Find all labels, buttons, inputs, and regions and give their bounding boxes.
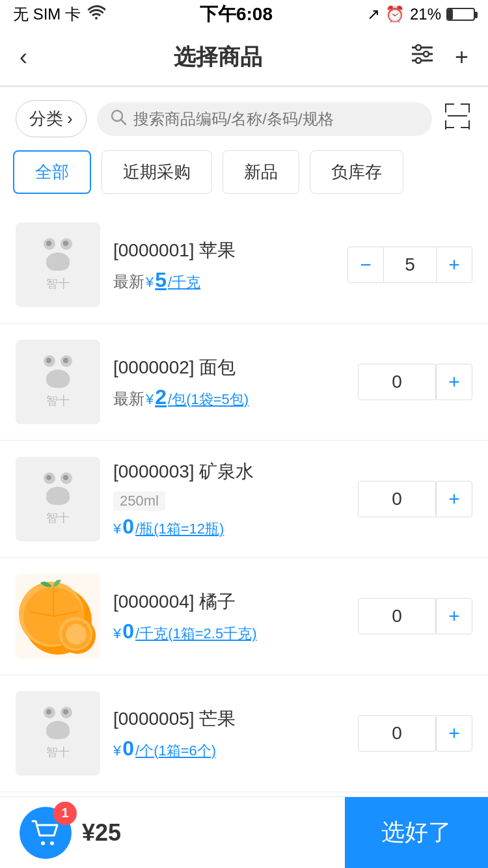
- wifi-icon: [87, 5, 105, 23]
- product-info: [0000003] 矿泉水 250ml ¥ 0 /瓶(1箱=12瓶): [113, 459, 345, 539]
- price-unit: /千克: [168, 273, 200, 292]
- product-spec: 250ml: [113, 491, 165, 511]
- cart-total: ¥25: [82, 819, 121, 847]
- svg-point-25: [41, 841, 45, 845]
- placeholder-logo: 智十: [44, 238, 72, 292]
- svg-point-24: [66, 624, 87, 645]
- tab-recent[interactable]: 近期采购: [102, 150, 212, 194]
- chevron-right-icon: ›: [67, 109, 73, 129]
- plus-button[interactable]: +: [436, 247, 472, 283]
- quantity-input[interactable]: [384, 247, 436, 283]
- tab-all[interactable]: 全部: [13, 150, 91, 194]
- product-info: [0000001] 苹果 最新 ¥ 5 /千克: [113, 238, 334, 292]
- cart-badge: 1: [53, 802, 77, 825]
- list-item: 智十 [0000001] 苹果 最新 ¥ 5 /千克 − +: [0, 207, 488, 323]
- status-time: 下午6:08: [200, 2, 273, 27]
- product-info: [0000004] 橘子 ¥ 0 /千克(1箱=2.5千克): [113, 590, 345, 644]
- price-line: ¥ 0 /瓶(1箱=12瓶): [113, 515, 345, 539]
- svg-point-5: [416, 58, 421, 63]
- price-latest-label: 最新: [113, 388, 144, 409]
- confirm-button[interactable]: 选好了: [345, 797, 488, 869]
- placeholder-logo: 智十: [44, 472, 72, 526]
- quantity-control: +: [358, 364, 472, 400]
- product-list: 智十 [0000001] 苹果 最新 ¥ 5 /千克 − + 智十: [0, 207, 488, 868]
- quantity-input[interactable]: [358, 598, 436, 634]
- quantity-input[interactable]: [358, 715, 436, 752]
- price-line: ¥ 0 /个(1箱=6个): [113, 737, 345, 761]
- quantity-control: − +: [347, 247, 472, 283]
- location-icon: ↗: [367, 5, 380, 23]
- list-item: [0000004] 橘子 ¥ 0 /千克(1箱=2.5千克) +: [0, 558, 488, 674]
- placeholder-logo: 智十: [44, 707, 72, 760]
- tab-new[interactable]: 新品: [223, 150, 299, 194]
- svg-rect-12: [445, 127, 454, 128]
- svg-rect-16: [448, 115, 467, 116]
- status-left: 无 SIM 卡: [13, 4, 105, 25]
- carrier-text: 无 SIM 卡: [13, 4, 81, 25]
- currency-symbol: ¥: [113, 521, 121, 537]
- price-amount: 2: [155, 385, 167, 409]
- product-name: [0000001] 苹果: [113, 238, 334, 263]
- alarm-icon: ⏰: [385, 5, 405, 23]
- quantity-control: +: [358, 481, 472, 517]
- nav-bar: ‹ 选择商品 +: [0, 29, 488, 86]
- plus-button[interactable]: +: [436, 715, 472, 752]
- currency-symbol: ¥: [113, 625, 121, 642]
- list-item: 智十 [0000005] 芒果 ¥ 0 /个(1箱=6个) +: [0, 675, 488, 791]
- status-bar: 无 SIM 卡 下午6:08 ↗ ⏰ 21%: [0, 0, 488, 29]
- svg-point-26: [50, 841, 54, 845]
- add-icon[interactable]: +: [455, 44, 468, 71]
- price-unit: /千克(1箱=2.5千克): [135, 624, 256, 644]
- svg-rect-10: [461, 103, 470, 105]
- bottom-bar: 1 ¥25 选好了: [0, 796, 488, 868]
- battery-bar: [446, 8, 475, 21]
- plus-button[interactable]: +: [436, 364, 472, 400]
- svg-rect-14: [461, 127, 470, 128]
- price-line: 最新 ¥ 2 /包(1袋=5包): [113, 385, 345, 409]
- price-latest-label: 最新: [113, 271, 144, 292]
- filter-icon[interactable]: [409, 42, 435, 72]
- page-title: 选择商品: [174, 42, 262, 72]
- plus-button[interactable]: +: [436, 481, 472, 517]
- price-unit: /包(1袋=5包): [168, 390, 249, 409]
- placeholder-logo: 智十: [44, 355, 72, 409]
- product-name: [0000002] 面包: [113, 355, 345, 380]
- plus-button[interactable]: +: [436, 598, 472, 634]
- nav-actions: +: [409, 42, 468, 72]
- product-image: 智十: [16, 340, 100, 424]
- product-image: 智十: [16, 457, 100, 541]
- price-amount: 5: [155, 268, 167, 292]
- list-item: 智十 [0000002] 面包 最新 ¥ 2 /包(1袋=5包) +: [0, 324, 488, 440]
- quantity-control: +: [358, 715, 472, 752]
- search-input[interactable]: [133, 110, 419, 128]
- list-item: 智十 [0000003] 矿泉水 250ml ¥ 0 /瓶(1箱=12瓶) +: [0, 441, 488, 557]
- tab-negative[interactable]: 负库存: [310, 150, 403, 194]
- svg-point-3: [416, 45, 421, 50]
- svg-rect-9: [445, 103, 446, 113]
- price-amount: 0: [122, 737, 134, 761]
- battery-text: 21%: [410, 5, 441, 23]
- product-image: 智十: [16, 223, 100, 307]
- price-unit: /瓶(1箱=12瓶): [135, 519, 224, 539]
- quantity-control: +: [358, 598, 472, 634]
- tab-bar: 全部 近期采购 新品 负库存: [0, 150, 488, 207]
- cart-button[interactable]: 1: [20, 807, 72, 859]
- price-line: ¥ 0 /千克(1箱=2.5千克): [113, 619, 345, 644]
- quantity-input[interactable]: [358, 364, 436, 400]
- svg-rect-15: [468, 120, 470, 129]
- quantity-input[interactable]: [358, 481, 436, 517]
- svg-rect-11: [468, 103, 470, 113]
- minus-button[interactable]: −: [347, 247, 384, 283]
- product-name: [0000004] 橘子: [113, 590, 345, 614]
- scan-icon[interactable]: [442, 101, 472, 137]
- category-button[interactable]: 分类 ›: [16, 100, 87, 137]
- product-image: 智十: [16, 691, 100, 776]
- svg-point-4: [424, 51, 429, 57]
- currency-symbol: ¥: [113, 742, 121, 759]
- back-button[interactable]: ‹: [20, 44, 27, 71]
- svg-rect-13: [445, 120, 446, 129]
- filter-bar: 分类 ›: [0, 87, 488, 150]
- product-info: [0000005] 芒果 ¥ 0 /个(1箱=6个): [113, 707, 345, 761]
- price-line: 最新 ¥ 5 /千克: [113, 268, 334, 292]
- product-name: [0000003] 矿泉水: [113, 459, 345, 484]
